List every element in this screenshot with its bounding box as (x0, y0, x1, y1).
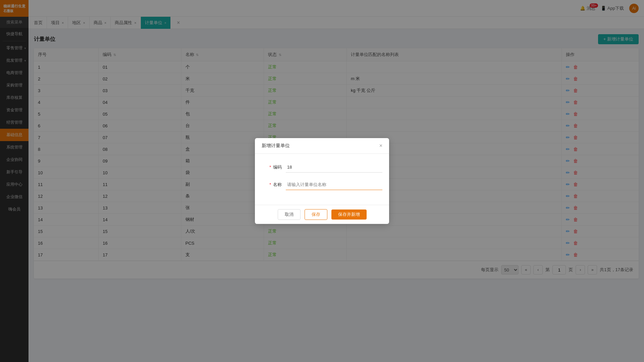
form-row-code: * 编码 (262, 162, 382, 173)
add-unit-modal: 新增计量单位 × * 编码 * 名称 取消 保存 保存并新增 (255, 138, 389, 224)
form-row-name: * 名称 (262, 179, 382, 190)
modal-title: 新增计量单位 (262, 143, 290, 149)
label-text: 编码 (273, 165, 282, 170)
required-indicator: * (269, 182, 271, 187)
modal-footer: 取消 保存 保存并新增 (255, 205, 389, 224)
modal-overlay[interactable]: 新增计量单位 × * 编码 * 名称 取消 保存 保存并新增 (0, 0, 644, 362)
save-and-new-button[interactable]: 保存并新增 (331, 209, 367, 220)
modal-header: 新增计量单位 × (255, 138, 389, 154)
label-text: 名称 (273, 182, 282, 187)
code-input[interactable] (286, 162, 382, 173)
modal-body: * 编码 * 名称 (255, 154, 389, 205)
cancel-button[interactable]: 取消 (278, 209, 301, 220)
name-label: * 名称 (262, 182, 282, 188)
required-indicator: * (269, 165, 271, 170)
code-label: * 编码 (262, 164, 282, 170)
save-button[interactable]: 保存 (305, 209, 327, 220)
name-input[interactable] (286, 179, 382, 190)
modal-close-button[interactable]: × (379, 143, 382, 149)
